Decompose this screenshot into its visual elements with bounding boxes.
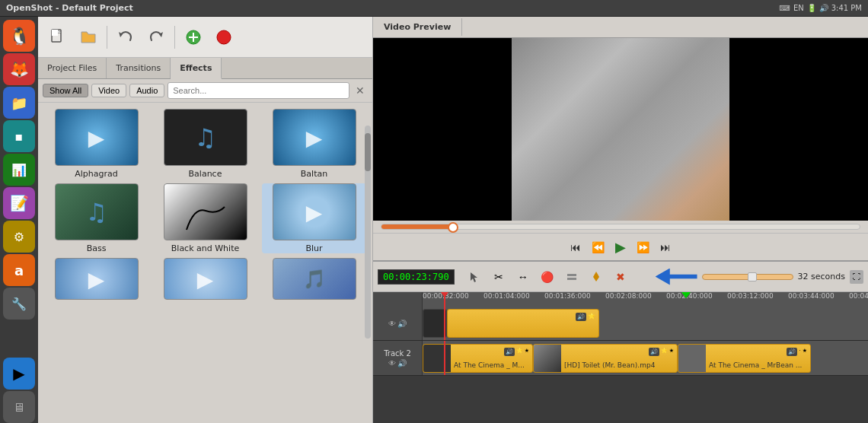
effect-blur[interactable]: Blur — [262, 183, 366, 253]
settings-icon[interactable]: ⚙ — [3, 221, 35, 253]
launcher: 🐧 🦊 📁 ▪ 📊 📝 ⚙ a 🔧 ▶ 🖥 — [0, 17, 38, 423]
zoom-slider[interactable] — [702, 274, 793, 280]
calc-icon[interactable]: 📊 — [3, 154, 35, 186]
playhead-track2 — [444, 341, 445, 375]
remove-clip-button[interactable]: ✖ — [610, 266, 631, 288]
ubuntu-icon[interactable]: 🐧 — [3, 20, 35, 52]
effect-balance[interactable]: Balance — [153, 109, 257, 179]
tray-time: 3:41 PM — [831, 4, 862, 12]
skip-start-button[interactable]: ⏮ — [567, 240, 584, 255]
add-marker-button[interactable] — [586, 266, 607, 288]
scrollbar-thumb[interactable] — [365, 133, 371, 171]
undo-button[interactable] — [112, 24, 139, 51]
clip-label-3: At The Cinema _ MrBean ... — [709, 361, 802, 369]
svg-rect-1 — [52, 30, 58, 36]
effect-bass[interactable]: Bass — [44, 183, 148, 253]
clear-search-button[interactable]: ✕ — [353, 83, 368, 98]
playhead-track1 — [444, 306, 445, 340]
resize-tool-button[interactable]: ↔ — [512, 266, 534, 288]
track-2-audio[interactable]: 🔊 — [397, 359, 407, 367]
writer-icon[interactable]: 📝 — [3, 187, 35, 219]
filter-all-button[interactable]: Show All — [43, 84, 88, 97]
store-icon[interactable]: a — [3, 254, 35, 286]
tray-battery: 🔋 — [807, 4, 816, 12]
clip-track1-main[interactable]: 🔊 ⭐ — [447, 309, 599, 338]
new-button[interactable] — [44, 24, 72, 51]
clip1-icons: 🔊 ⭐ ★ — [504, 348, 529, 356]
clip-track2-2[interactable]: [HD] Toilet (Mr. Bean).mp4 🔊 ⭐ ★ — [533, 344, 678, 373]
snap-button[interactable]: 🔴 — [537, 266, 558, 288]
progress-fill — [381, 224, 453, 229]
firefox-icon[interactable]: 🦊 — [3, 53, 35, 85]
track-1-eye[interactable]: 👁 — [388, 320, 396, 328]
track-2-controls: 👁 🔊 — [388, 359, 407, 367]
effect-7[interactable] — [44, 258, 148, 300]
cut-tool-button[interactable]: ✂ — [488, 266, 509, 288]
effect-9[interactable] — [262, 258, 366, 300]
scrollbar-track[interactable] — [365, 126, 371, 339]
add-track-button[interactable] — [561, 266, 582, 288]
clip1-audio-icon: 🔊 — [504, 348, 515, 356]
system-icon[interactable]: 🔧 — [3, 288, 35, 320]
playback-controls: ⏮ ⏪ ▶ ⏩ ⏭ — [373, 233, 868, 260]
effect-thumb-balance — [164, 109, 247, 166]
progress-bar-area — [373, 221, 868, 233]
track-1-content[interactable]: 🔊 ⭐ — [423, 306, 868, 340]
tab-effects[interactable]: Effects — [171, 58, 222, 79]
svg-rect-7 — [567, 278, 576, 280]
effect-blackwhite[interactable]: Black and White — [153, 183, 257, 253]
effect-baltan[interactable]: Baltan — [262, 109, 366, 179]
track-1-header: 👁 🔊 — [373, 306, 423, 340]
filter-video-button[interactable]: Video — [91, 84, 126, 97]
prev-frame-button[interactable]: ⏪ — [589, 240, 608, 255]
timeline-ruler-row: 00:00:32:000 00:01:04:000 00:01:36:000 0… — [373, 292, 868, 306]
ruler-playhead — [444, 292, 445, 306]
tab-project-files[interactable]: Project Files — [38, 58, 107, 78]
filter-audio-button[interactable]: Audio — [129, 84, 164, 97]
zoom-arrow[interactable] — [656, 269, 697, 285]
tracks-container: 👁 🔊 🔊 ⭐ — [373, 306, 868, 423]
tab-video-preview[interactable]: Video Preview — [373, 18, 462, 36]
display-icon[interactable]: 🖥 — [3, 391, 35, 423]
clip-label-2: [HD] Toilet (Mr. Bean).mp4 — [564, 361, 655, 369]
ruler-playhead-tip — [441, 292, 448, 297]
effect-8[interactable] — [153, 258, 257, 300]
clip-track2-3[interactable]: At The Cinema _ MrBean ... 🔊 · ★ — [678, 344, 811, 373]
open-button[interactable] — [75, 24, 102, 51]
progress-thumb[interactable] — [448, 222, 458, 233]
main-toolbar — [38, 17, 372, 58]
svg-point-5 — [217, 30, 231, 44]
add-file-button[interactable] — [180, 24, 207, 51]
redo-button[interactable] — [142, 24, 170, 51]
search-input[interactable] — [168, 82, 349, 99]
zoom-expand-button[interactable]: ⛶ — [850, 270, 863, 284]
skip-end-button[interactable]: ⏭ — [657, 240, 674, 255]
effect-alphagrad[interactable]: Alphagrad — [44, 109, 148, 179]
clip-thumb-img-2 — [534, 345, 561, 372]
pointer-tool-button[interactable] — [464, 266, 485, 288]
track-2-content[interactable]: At The Cinema _ M... 🔊 ⭐ ★ — [423, 341, 868, 375]
zoom-slider-thumb[interactable] — [748, 272, 757, 281]
clip2-audio-icon: 🔊 — [649, 348, 659, 356]
progress-bar[interactable] — [381, 224, 860, 230]
time-marker-6: 00:03:44:000 — [788, 292, 834, 300]
preview-frame-left — [373, 38, 512, 221]
effect-thumb-blackwhite — [164, 183, 247, 240]
openshot-icon[interactable]: ▶ — [3, 358, 35, 390]
clip-track2-1[interactable]: At The Cinema _ M... 🔊 ⭐ ★ — [423, 344, 533, 373]
time-marker-5: 00:03:12:000 — [727, 292, 774, 300]
record-button[interactable] — [210, 24, 238, 51]
window-title: OpenShot - Default Project — [6, 3, 133, 13]
play-button[interactable]: ▶ — [612, 237, 629, 257]
preview-frame-right — [729, 38, 868, 221]
time-marker-1: 00:01:04:000 — [483, 292, 530, 300]
preview-tab-bar: Video Preview — [373, 17, 868, 38]
next-frame-button[interactable]: ⏩ — [633, 240, 653, 255]
track-2-eye[interactable]: 👁 — [388, 359, 396, 367]
terminal-icon[interactable]: ▪ — [3, 120, 35, 152]
clip3-icons: 🔊 · ★ — [787, 348, 807, 356]
effect-thumb-alphagrad — [55, 109, 139, 166]
tab-transitions[interactable]: Transitions — [107, 58, 171, 78]
files-icon[interactable]: 📁 — [3, 87, 35, 119]
track-1-audio[interactable]: 🔊 — [397, 320, 407, 328]
